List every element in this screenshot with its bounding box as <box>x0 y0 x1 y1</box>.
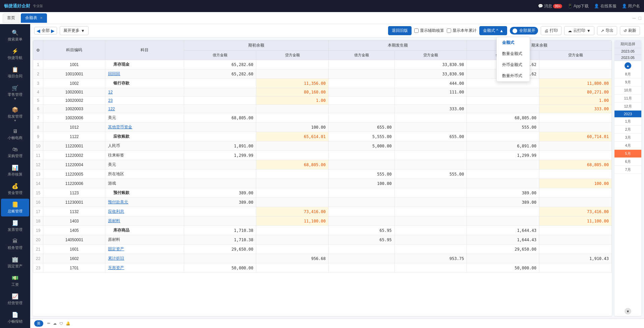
cur-debit-cell <box>329 254 395 263</box>
period-item-1[interactable]: 1月 <box>614 118 641 126</box>
show-annual-checkbox[interactable]: 显示本年累计 <box>447 28 477 34</box>
account-name-cell[interactable]: 23 <box>105 96 184 105</box>
sidebar-item-wholesale[interactable]: 📦 批发管理 ▼ <box>1 104 29 125</box>
sidebar-item-assets[interactable]: 🏢 固定资产 <box>1 254 29 271</box>
refresh-btn[interactable]: ↺ 刷新 <box>620 26 640 35</box>
cl-debit-cell <box>467 88 539 96</box>
period-item-2023[interactable]: 2023 <box>614 111 641 118</box>
auxiliary-check[interactable] <box>414 28 419 33</box>
period-down-btn[interactable]: ▼ <box>625 308 631 315</box>
account-name-cell[interactable]: 固定资产 <box>105 245 184 254</box>
sidebar-item-retail[interactable]: 🛒 零售管理 ▼ <box>1 82 29 103</box>
cur-debit-cell: 100.00 <box>329 179 395 188</box>
bell-icon[interactable]: 🔔 <box>66 321 70 326</box>
account-name-cell: 人民币 <box>105 141 184 151</box>
period-item-8[interactable]: 8月 <box>614 70 641 78</box>
period-item-12[interactable]: 12月 <box>614 103 641 111</box>
period-item-6[interactable]: 6月 <box>614 158 641 166</box>
settings-header[interactable]: ⚙ <box>33 41 43 60</box>
dropdown-item-foreign-amount[interactable]: 外币金额式 <box>497 59 530 70</box>
account-code-cell: 11220002 <box>43 151 105 160</box>
account-name-cell[interactable]: 122 <box>105 105 184 113</box>
sidebar-tax-label: 税务管理 <box>8 245 22 250</box>
expand-all-toggle[interactable]: 全部展开 <box>510 27 538 35</box>
table-row: 21 1601 固定资产 29,650.00 29,650.00 <box>33 245 612 254</box>
period-item-4[interactable]: 4月 <box>614 142 641 150</box>
tab-home[interactable]: 首页 <box>3 13 19 23</box>
download-link[interactable]: 📱 App下载 <box>568 3 589 9</box>
period-item-11[interactable]: 11月 <box>614 94 641 103</box>
op-credit-cell <box>256 170 329 179</box>
sidebar-item-inventory[interactable]: 📊 库存核算 <box>1 162 29 180</box>
op-debit-cell <box>184 132 256 141</box>
period-item-7[interactable]: 7月 <box>614 166 641 174</box>
period-item-3[interactable]: 3月 <box>614 134 641 142</box>
return-old-btn[interactable]: 退回旧版 <box>388 26 412 35</box>
account-name-cell[interactable]: 其他货币资金 <box>105 123 184 132</box>
message-link[interactable]: 💬 消息 99+ <box>538 3 562 9</box>
sidebar-item-ecommerce[interactable]: 🖥 小畅电商 <box>1 126 29 143</box>
pencil-icon[interactable]: ✏ <box>47 321 50 326</box>
account-name-cell: 原材料 <box>105 235 184 245</box>
retail-icon: 🛒 <box>12 85 18 91</box>
op-credit-cell: 80,160.00 <box>256 88 329 96</box>
cl-debit-cell <box>467 216 539 226</box>
tab-minimize-btn[interactable]: ─ <box>633 15 636 21</box>
amount-mode-btn[interactable]: 金额式 ^ ▲ <box>479 26 507 35</box>
tab-balance-close[interactable]: ✕ <box>40 16 43 20</box>
expand-more-btn[interactable]: 展开更多 ▼ <box>60 26 89 35</box>
lang-btn[interactable]: 英 <box>34 320 43 327</box>
sidebar-item-tax[interactable]: 🏛 税务管理 <box>1 236 29 253</box>
sidebar-item-business[interactable]: 📈 经营管理 <box>1 290 29 308</box>
sidebar-item-capital[interactable]: 💰 资金管理 <box>1 180 29 198</box>
sidebar-item-invoice[interactable]: 🧾 发票管理 <box>1 217 29 235</box>
account-name-cell[interactable]: 累计折旧 <box>105 254 184 263</box>
op-debit-cell <box>184 179 256 188</box>
account-name-cell[interactable]: 无形资产 <box>105 263 184 273</box>
sidebar-business-label: 经营管理 <box>8 301 22 306</box>
dropdown-item-qty-foreign[interactable]: 数量外币式 <box>497 70 530 81</box>
cl-credit-cell <box>539 198 612 207</box>
op-debit-cell <box>184 96 256 105</box>
account-name-cell[interactable]: 12 <box>105 88 184 96</box>
period-item-5[interactable]: 5月 <box>614 150 641 158</box>
nav-selector[interactable]: ◀ 全部 ▶ <box>34 27 57 35</box>
dropdown-item-qty-amount[interactable]: 数量金额式 <box>497 48 530 59</box>
sidebar-item-salary[interactable]: 💵 工资 <box>1 272 29 290</box>
account-code-cell: 1012 <box>43 123 105 132</box>
period-nav-down: ▼ <box>614 307 641 316</box>
period-item-10[interactable]: 10月 <box>614 86 641 94</box>
refresh-icon: ↺ <box>624 28 627 33</box>
cloud-sync-icon[interactable]: ☁ <box>53 321 57 326</box>
op-debit-cell: 65,282.60 <box>184 60 256 69</box>
period-item-9[interactable]: 9月 <box>614 78 641 86</box>
tab-maximize-btn[interactable]: □ <box>639 15 641 21</box>
account-name-cell[interactable]: 原材料 <box>105 216 184 226</box>
cl-credit-cell: 60,714.01 <box>539 132 612 141</box>
cloud-print-btn[interactable]: ☁ 云打印 ▼ <box>564 26 594 35</box>
account-name-cell[interactable]: 回回回 <box>105 69 184 79</box>
user-profile[interactable]: 👤 用户名 <box>622 3 640 9</box>
service-link[interactable]: 👤 在线客服 <box>594 3 616 9</box>
dropdown-item-amount[interactable]: 金额式 <box>497 37 530 48</box>
sidebar-item-search[interactable]: 🔍 搜索菜单 <box>1 27 29 45</box>
account-name-cell[interactable]: 应收利息 <box>105 207 184 216</box>
sidebar-item-ledger[interactable]: 📒 总账管理 <box>1 199 29 216</box>
cl-credit-cell <box>539 123 612 132</box>
cl-credit-cell: 11,100.00 <box>539 216 612 226</box>
table-row: 12 11220004 美元 68,805.00 68,805.00 <box>33 160 612 170</box>
sidebar-item-contract[interactable]: 📋 项目合同 <box>1 64 29 81</box>
period-item-2[interactable]: 2月 <box>614 126 641 134</box>
account-name-header: 科目 <box>105 41 184 60</box>
show-auxiliary-checkbox[interactable]: 显示辅助核算 <box>414 28 444 34</box>
print-btn[interactable]: 🖨 打印 <box>541 26 561 35</box>
account-name-cell[interactable]: 预付款美元 <box>105 198 184 207</box>
tab-balance[interactable]: 余额表 ✕ <box>21 13 47 23</box>
sidebar-item-report[interactable]: 📄 小畅报销 <box>1 309 29 327</box>
sidebar-item-purchase[interactable]: 🛍 采购管理 <box>1 144 29 161</box>
sidebar-item-nav[interactable]: ⚡ 快捷导航 <box>1 45 29 63</box>
annual-check[interactable] <box>447 28 451 33</box>
account-name-cell: 库存现金 <box>105 60 184 69</box>
period-up-btn[interactable]: ▲ <box>625 62 631 69</box>
export-btn[interactable]: ↗ 导出 <box>597 26 617 35</box>
